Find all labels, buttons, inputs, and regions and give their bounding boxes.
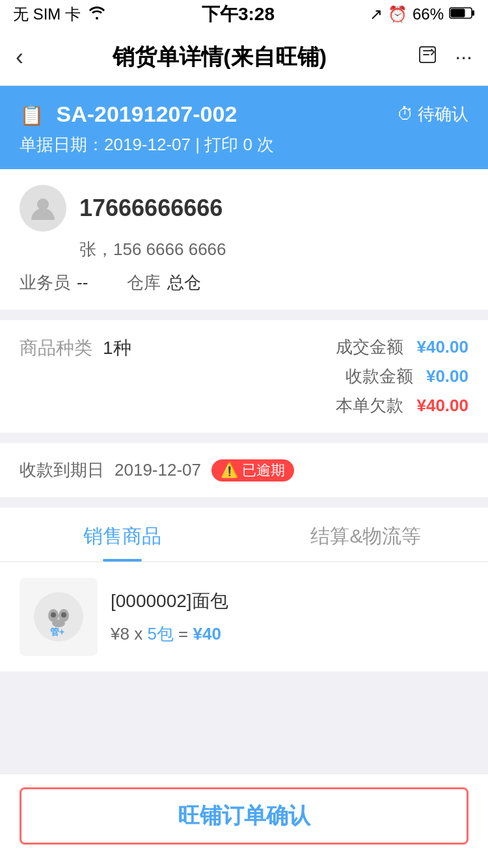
payment-label: 收款金额 — [346, 365, 413, 388]
customer-meta: 业务员 -- 仓库 总仓 — [20, 271, 468, 294]
duedate-label: 收款到期日 — [20, 459, 104, 481]
product-total: ¥40 — [193, 624, 221, 644]
product-thumbnail: 管+ — [20, 578, 98, 656]
product-item: 管+ [0000002]面包 ¥8 x 5包 = ¥40 — [0, 562, 488, 671]
svg-rect-2 — [450, 9, 465, 18]
product-type-label: 商品种类 — [20, 336, 92, 360]
svg-rect-1 — [472, 10, 474, 16]
order-id-row: 📋 SA-20191207-002 — [20, 102, 237, 127]
clock-icon: ⏱ — [397, 104, 414, 124]
product-name: [0000002]面包 — [111, 589, 468, 614]
order-icon: 📋 — [20, 104, 44, 126]
owed-value: ¥40.00 — [416, 396, 468, 416]
carrier-text: 无 SIM 卡 — [13, 4, 81, 25]
svg-point-8 — [51, 612, 56, 617]
duedate-date: 2019-12-07 — [115, 460, 201, 480]
warehouse-label: 仓库 — [127, 271, 161, 294]
warning-icon: ⚠️ — [221, 462, 238, 479]
order-status: ⏱ 待确认 — [397, 103, 468, 126]
bottom-bar: 旺铺订单确认 — [0, 773, 488, 868]
product-qty: 5包 — [147, 624, 173, 644]
tab-settlement[interactable]: 结算&物流等 — [244, 508, 488, 562]
summary-section: 商品种类 1种 成交金额 ¥40.00 收款金额 ¥0.00 本单欠款 ¥40.… — [0, 320, 488, 433]
product-price: ¥8 x 5包 = ¥40 — [111, 623, 468, 645]
customer-phone: 17666666666 — [79, 195, 223, 222]
tabs-row: 销售商品 结算&物流等 — [0, 508, 488, 562]
product-info: [0000002]面包 ¥8 x 5包 = ¥40 — [111, 589, 468, 645]
status-bar: 无 SIM 卡 下午3:28 ↗ ⏰ 66% — [0, 0, 488, 29]
deal-label: 成交金额 — [336, 336, 403, 359]
more-icon[interactable]: ··· — [455, 45, 472, 69]
wifi-icon — [87, 5, 107, 23]
payment-value: ¥0.00 — [426, 366, 468, 387]
share-icon[interactable] — [416, 43, 439, 72]
nav-bar: ‹ 销货单详情(来自旺铺) ··· — [0, 29, 488, 86]
product-section: 管+ [0000002]面包 ¥8 x 5包 = ¥40 — [0, 562, 488, 671]
order-header: 📋 SA-20191207-002 ⏱ 待确认 单据日期：2019-12-07 … — [0, 86, 488, 169]
salesperson-value: -- — [77, 273, 88, 293]
status-time: 下午3:28 — [202, 2, 275, 27]
price-per-unit: ¥8 — [111, 624, 129, 644]
page-title: 销货单详情(来自旺铺) — [113, 42, 327, 72]
overdue-badge: ⚠️ 已逾期 — [211, 459, 294, 481]
status-left: 无 SIM 卡 — [13, 4, 107, 25]
alarm-icon: ⏰ — [388, 5, 407, 23]
customer-section: 17666666666 张，156 6666 6666 业务员 -- 仓库 总仓 — [0, 169, 488, 310]
confirm-button[interactable]: 旺铺订单确认 — [20, 787, 468, 845]
bottom-spacer — [0, 682, 488, 786]
deal-value: ¥40.00 — [416, 337, 468, 357]
svg-text:管+: 管+ — [50, 627, 64, 637]
battery-text: 66% — [413, 5, 444, 23]
tabs-section: 销售商品 结算&物流等 — [0, 508, 488, 562]
order-date: 单据日期：2019-12-07 | 打印 0 次 — [20, 133, 468, 156]
svg-point-9 — [61, 612, 66, 617]
battery-icon — [449, 5, 475, 23]
warehouse-value: 总仓 — [167, 271, 201, 294]
status-right: ↗ ⏰ 66% — [370, 5, 475, 23]
salesperson-label: 业务员 — [20, 271, 70, 294]
owed-label: 本单欠款 — [336, 394, 403, 417]
order-id: 📋 SA-20191207-002 — [20, 102, 237, 126]
duedate-section: 收款到期日 2019-12-07 ⚠️ 已逾期 — [0, 443, 488, 497]
location-icon: ↗ — [370, 5, 383, 23]
tab-products[interactable]: 销售商品 — [0, 508, 244, 562]
customer-sub: 张，156 6666 6666 — [20, 238, 468, 261]
back-button[interactable]: ‹ — [16, 44, 23, 71]
nav-actions: ··· — [416, 43, 472, 72]
avatar — [20, 185, 66, 232]
product-type-value: 1种 — [103, 336, 131, 360]
